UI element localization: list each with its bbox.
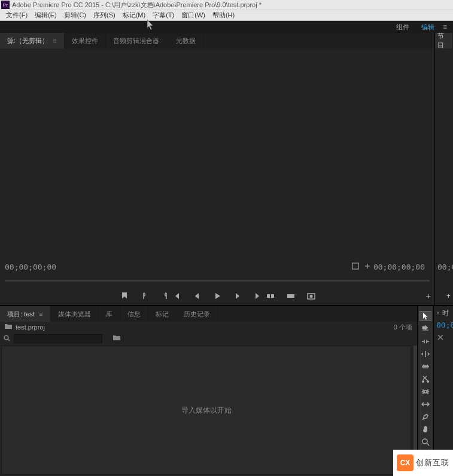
svg-point-6 bbox=[310, 295, 313, 298]
program-panel: 节目: 00;0 + bbox=[435, 33, 453, 305]
svg-point-9 bbox=[427, 380, 429, 383]
fit-icon[interactable] bbox=[352, 263, 359, 271]
svg-point-10 bbox=[422, 439, 427, 444]
pen-tool[interactable] bbox=[419, 411, 431, 422]
mark-in-button[interactable] bbox=[140, 291, 150, 301]
tab-media-browser[interactable]: 媒体浏览器 bbox=[51, 306, 99, 322]
svg-rect-1 bbox=[352, 263, 358, 269]
add-marker-button[interactable] bbox=[120, 291, 129, 301]
hand-tool[interactable] bbox=[419, 424, 431, 434]
track-select-forward-tool[interactable] bbox=[419, 324, 431, 334]
project-header: test.prproj 0 个项 bbox=[0, 322, 417, 332]
source-timecode-in[interactable]: 00;00;00;00 bbox=[5, 263, 56, 271]
zoom-tool[interactable] bbox=[419, 437, 431, 447]
upper-panels: 源:（无剪辑） ≡ 效果控件 音频剪辑混合器: 元数据 00;00;00;00 … bbox=[0, 33, 453, 305]
menu-sequence[interactable]: 序列(S) bbox=[90, 11, 119, 20]
rolling-edit-tool[interactable] bbox=[419, 349, 431, 359]
menu-marker[interactable]: 标记(M) bbox=[119, 11, 150, 20]
menu-file[interactable]: 文件(F) bbox=[2, 11, 31, 20]
menu-help[interactable]: 帮助(H) bbox=[209, 11, 238, 20]
scrubber-track[interactable] bbox=[5, 280, 430, 282]
program-timecode[interactable]: 00;0 bbox=[436, 261, 453, 273]
program-button-editor-plus-icon[interactable]: + bbox=[446, 292, 451, 300]
folder-icon bbox=[5, 324, 12, 331]
slide-tool[interactable] bbox=[419, 399, 431, 409]
timeline-timecode[interactable]: 00;0 bbox=[434, 319, 453, 331]
project-search-row bbox=[0, 332, 417, 344]
program-viewer[interactable] bbox=[435, 48, 453, 258]
rate-stretch-tool[interactable] bbox=[419, 361, 431, 371]
tab-source-menu-icon[interactable]: ≡ bbox=[53, 38, 57, 44]
timeline-close-icon[interactable]: × bbox=[434, 310, 442, 316]
titlebar: Pr Adobe Premiere Pro CC 2015 - C:\用户\zz… bbox=[0, 0, 453, 10]
step-back-button[interactable] bbox=[192, 291, 202, 301]
svg-point-7 bbox=[4, 335, 8, 340]
play-button[interactable] bbox=[212, 291, 222, 301]
mark-out-button[interactable] bbox=[160, 291, 170, 301]
tab-effect-controls[interactable]: 效果控件 bbox=[65, 33, 106, 48]
program-tabs: 节目: bbox=[435, 33, 453, 48]
menubar: 文件(F) 编辑(E) 剪辑(C) 序列(S) 标记(M) 字幕(T) 窗口(W… bbox=[0, 10, 453, 21]
tab-metadata[interactable]: 元数据 bbox=[169, 33, 203, 48]
overwrite-button[interactable] bbox=[286, 291, 296, 301]
step-forward-button[interactable] bbox=[233, 291, 242, 301]
timeline-tab-label[interactable]: 时 bbox=[442, 309, 449, 318]
search-icon bbox=[2, 335, 10, 343]
button-editor-plus-icon[interactable]: + bbox=[426, 291, 431, 301]
watermark: CX 创新互联 bbox=[393, 450, 453, 476]
svg-rect-4 bbox=[287, 294, 294, 298]
tab-history[interactable]: 历史记录 bbox=[177, 306, 218, 322]
program-scrubber[interactable] bbox=[435, 275, 453, 287]
menu-title[interactable]: 字幕(T) bbox=[149, 11, 178, 20]
project-panel: 项目: test ≡ 媒体浏览器 库 信息 标记 历史记录 test.prpro… bbox=[0, 306, 418, 476]
timeline-tabs: × 时 bbox=[434, 306, 453, 319]
workspace-bar: 组件 编辑 ≡ bbox=[0, 21, 453, 33]
tab-source-label: 源:（无剪辑） bbox=[7, 36, 48, 45]
tab-project[interactable]: 项目: test ≡ bbox=[0, 306, 51, 322]
insert-button[interactable] bbox=[266, 291, 275, 301]
settings-wrench-icon[interactable] bbox=[364, 263, 371, 271]
window-title: Adobe Premiere Pro CC 2015 - C:\用户\zzk\文… bbox=[12, 1, 262, 10]
source-scrubber[interactable] bbox=[0, 275, 434, 287]
tab-program[interactable]: 节目: bbox=[435, 33, 453, 48]
tab-audio-clip-mixer[interactable]: 音频剪辑混合器: bbox=[106, 33, 169, 48]
project-content[interactable]: 导入媒体以开始 bbox=[1, 346, 411, 475]
tab-info[interactable]: 信息 bbox=[120, 306, 148, 322]
svg-marker-0 bbox=[147, 20, 153, 30]
tab-markers[interactable]: 标记 bbox=[148, 306, 177, 322]
selection-tool[interactable] bbox=[419, 311, 431, 321]
go-to-out-button[interactable] bbox=[253, 291, 263, 301]
export-frame-button[interactable] bbox=[306, 291, 316, 301]
tab-library[interactable]: 库 bbox=[99, 306, 120, 322]
source-timecode-out[interactable]: 00;00;00;00 bbox=[373, 263, 425, 271]
menu-clip[interactable]: 剪辑(C) bbox=[60, 11, 90, 20]
import-placeholder: 导入媒体以开始 bbox=[181, 405, 232, 416]
source-viewer[interactable] bbox=[0, 48, 434, 258]
ripple-edit-tool[interactable] bbox=[419, 336, 431, 346]
snap-toggle[interactable] bbox=[434, 331, 453, 346]
app-icon: Pr bbox=[1, 1, 10, 9]
workspace-menu-icon[interactable]: ≡ bbox=[440, 23, 449, 31]
razor-tool[interactable] bbox=[419, 374, 431, 384]
menu-edit[interactable]: 编辑(E) bbox=[31, 11, 60, 20]
source-viewer-footer: 00;00;00;00 00;00;00;00 bbox=[0, 258, 434, 275]
slip-tool[interactable] bbox=[419, 386, 431, 396]
source-panel: 源:（无剪辑） ≡ 效果控件 音频剪辑混合器: 元数据 00;00;00;00 … bbox=[0, 33, 435, 305]
workspace-editing[interactable]: 编辑 bbox=[415, 23, 440, 32]
source-tabs: 源:（无剪辑） ≡ 效果控件 音频剪辑混合器: 元数据 bbox=[0, 33, 434, 48]
tab-project-label: 项目: test bbox=[7, 310, 35, 319]
source-transport: + bbox=[0, 287, 434, 305]
project-filename: test.prproj bbox=[16, 324, 45, 331]
mouse-cursor-icon bbox=[147, 20, 154, 30]
new-bin-icon[interactable] bbox=[113, 335, 120, 342]
project-item-count: 0 个项 bbox=[394, 323, 412, 332]
go-to-in-button[interactable] bbox=[172, 291, 181, 301]
svg-point-8 bbox=[422, 380, 424, 383]
tab-project-menu-icon[interactable]: ≡ bbox=[39, 311, 43, 318]
program-viewer-footer: 00;0 bbox=[435, 258, 453, 275]
project-tabs: 项目: test ≡ 媒体浏览器 库 信息 标记 历史记录 bbox=[0, 306, 417, 322]
workspace-assembly[interactable]: 组件 bbox=[390, 23, 415, 32]
tab-source[interactable]: 源:（无剪辑） ≡ bbox=[0, 33, 65, 48]
menu-window[interactable]: 窗口(W) bbox=[178, 11, 209, 20]
project-search-input[interactable] bbox=[14, 334, 102, 343]
